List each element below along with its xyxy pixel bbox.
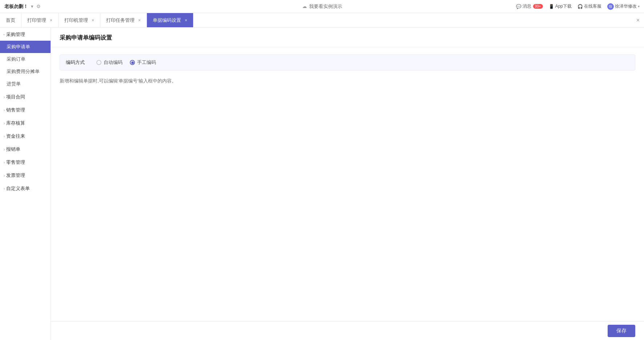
sidebar-group-returns-label: 报销单 [6,146,20,153]
coding-label: 编码方式 [66,59,88,66]
cloud-icon: ☁ [302,4,307,9]
sidebar-group-funds-label: 资金往来 [6,133,25,139]
headphone-icon: 🎧 [577,4,583,9]
sidebar-group-project-contract[interactable]: › 项目合同 [0,90,51,103]
sidebar-group-purchase-label: 采购管理 [6,31,25,38]
sales-arrow: › [4,108,5,112]
sidebar-item-purchase-expense-label: 采购费用分摊单 [7,69,40,74]
tab-print-task-mgmt-close[interactable]: × [138,18,141,23]
sidebar-group-custom-forms-label: 自定义表单 [6,185,30,192]
invoice-arrow: › [4,174,5,178]
tab-barcode-settings[interactable]: 单据编码设置 × [147,13,193,27]
radio-auto-label: 自动编码 [104,59,123,66]
sidebar-group-project-contract-label: 项目合同 [6,94,25,100]
dropdown-icon[interactable]: ▾ [31,4,33,9]
sidebar-item-stock-in-label: 进货单 [7,81,21,86]
top-bar-left: 老板勿删！ ▾ ⚙ [4,3,41,10]
app-download-button[interactable]: 📱 App下载 [549,3,572,9]
sidebar-item-purchase-order-label: 采购订单 [7,56,25,62]
online-service-label: 在线客服 [584,3,601,9]
sidebar-item-purchase-order[interactable]: 采购订单 [0,53,51,65]
tab-print-mgmt[interactable]: 打印管理 × [21,13,59,27]
radio-auto-coding[interactable]: 自动编码 [96,59,123,66]
save-button[interactable]: 保存 [608,325,635,337]
radio-auto-circle [96,60,101,65]
sidebar-group-purchase-items: 采购申请单 采购订单 采购费用分摊单 进货单 [0,41,51,90]
app-download-label: App下载 [555,3,572,9]
page-body: 编码方式 自动编码 手工编码 新增和编辑单据时,可以编辑'单据编号'输入框中的内… [51,47,644,321]
sidebar-item-purchase-expense[interactable]: 采购费用分摊单 [0,65,51,78]
app-icon: 📱 [549,4,554,9]
radio-group: 自动编码 手工编码 [96,59,156,66]
tab-print-mgmt-close[interactable]: × [50,18,52,23]
top-bar-right: 💬 消息 99+ 📱 App下载 🎧 在线客服 徐 徐泽华修改 ▾ [516,3,640,10]
message-button[interactable]: 💬 消息 99+ [516,3,543,9]
radio-manual-label: 手工编码 [137,59,156,66]
hint-text: 新增和编辑单据时,可以编辑'单据编号'输入框中的内容。 [60,78,635,84]
logo-text: 老板勿删！ [4,3,28,10]
sidebar-item-purchase-request-label: 采购申请单 [7,44,30,49]
main-layout: › 采购管理 采购申请单 采购订单 采购费用分摊单 进货单 › 项目合同 › 销 [0,28,644,340]
tab-print-mgmt-label: 打印管理 [27,17,46,24]
content-area: 采购申请单编码设置 编码方式 自动编码 手工编码 [51,28,644,340]
sidebar-group-retail[interactable]: › 零售管理 [0,155,51,169]
tab-print-task-mgmt-label: 打印任务管理 [106,17,135,24]
sidebar-group-custom-forms[interactable]: › 自定义表单 [0,182,51,195]
sidebar-group-invoice-label: 发票管理 [6,172,25,179]
tab-print-task-mgmt[interactable]: 打印任务管理 × [100,13,147,27]
demo-link[interactable]: 我要看实例演示 [309,3,342,10]
tab-bar: 首页 打印管理 × 打印机管理 × 打印任务管理 × 单据编码设置 × × [0,13,644,28]
sidebar-group-inventory-label: 库存核算 [6,120,25,126]
tab-home[interactable]: 首页 [0,13,21,27]
returns-arrow: › [4,147,5,151]
funds-arrow: › [4,134,5,138]
sidebar-group-funds[interactable]: › 资金往来 [0,129,51,142]
settings-icon[interactable]: ⚙ [36,4,41,9]
online-service-button[interactable]: 🎧 在线客服 [577,3,601,9]
purchase-group-arrow: › [2,34,6,35]
page-title: 采购申请单编码设置 [60,34,635,42]
custom-forms-arrow: › [4,187,5,191]
radio-manual-circle [130,60,135,65]
tab-printer-mgmt-label: 打印机管理 [64,17,88,24]
message-icon: 💬 [516,4,521,9]
sidebar-group-sales[interactable]: › 销售管理 [0,103,51,116]
close-all-tabs[interactable]: × [632,13,644,27]
sidebar-group-invoice[interactable]: › 发票管理 [0,169,51,182]
user-name: 徐泽华修改 [615,3,637,9]
tab-printer-mgmt[interactable]: 打印机管理 × [59,13,100,27]
page-footer: 保存 [51,321,644,340]
project-contract-arrow: › [4,95,5,99]
user-menu[interactable]: 徐 徐泽华修改 ▾ [607,3,640,10]
tab-printer-mgmt-close[interactable]: × [92,18,94,23]
inventory-arrow: › [4,121,5,125]
tab-barcode-settings-label: 单据编码设置 [153,17,181,24]
avatar: 徐 [607,3,614,10]
sidebar-group-inventory[interactable]: › 库存核算 [0,116,51,129]
sidebar: › 采购管理 采购申请单 采购订单 采购费用分摊单 进货单 › 项目合同 › 销 [0,28,51,340]
sidebar-group-retail-label: 零售管理 [6,159,25,166]
tab-home-label: 首页 [6,17,15,24]
sidebar-item-purchase-request[interactable]: 采购申请单 [0,41,51,53]
retail-arrow: › [4,161,5,165]
message-badge: 99+ [533,4,543,9]
sidebar-group-purchase[interactable]: › 采购管理 [0,28,51,41]
top-bar: 老板勿删！ ▾ ⚙ ☁ 我要看实例演示 💬 消息 99+ 📱 App下载 🎧 在… [0,0,644,13]
radio-manual-coding[interactable]: 手工编码 [130,59,156,66]
tab-barcode-settings-close[interactable]: × [185,18,187,23]
page-header: 采购申请单编码设置 [51,28,644,47]
coding-row: 编码方式 自动编码 手工编码 [60,54,635,70]
top-bar-center[interactable]: ☁ 我要看实例演示 [302,3,342,10]
sidebar-item-stock-in[interactable]: 进货单 [0,78,51,90]
sidebar-group-sales-label: 销售管理 [6,107,25,113]
user-dropdown-icon: ▾ [638,4,640,8]
sidebar-group-returns[interactable]: › 报销单 [0,142,51,155]
message-label: 消息 [523,3,531,9]
